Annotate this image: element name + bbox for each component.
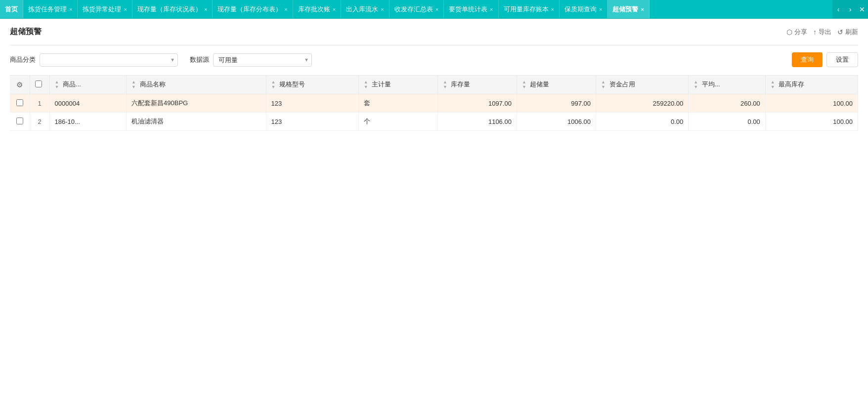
close-icon[interactable]: × (490, 6, 493, 12)
sort-icon: ▲▼ (771, 80, 775, 89)
close-icon[interactable]: × (69, 6, 72, 12)
share-icon: ⬡ (786, 28, 792, 36)
export-button[interactable]: ↑ 导出 (813, 28, 831, 37)
th-max-stock[interactable]: ▲▼ 最高库存 (765, 76, 858, 94)
filter-action-buttons: 查询 设置 (792, 52, 858, 67)
table-body: 1 0000004 六配套新昌490BPG 123 套 1097.00 997.… (10, 94, 858, 131)
top-navigation: 首页 拣货任务管理 × 拣货异常处理 × 现存量（库存状况表） × 现存量（库存… (0, 0, 868, 19)
data-source-select[interactable]: 可用量 库存量 (213, 53, 312, 67)
th-spec[interactable]: ▲▼ 规格型号 (266, 76, 358, 94)
td-checkbox (10, 94, 30, 113)
close-icon[interactable]: × (381, 6, 384, 12)
nav-arrow-close-button[interactable]: ✕ (856, 0, 868, 19)
td-stock-qty: 1106.00 (437, 113, 517, 131)
th-index (30, 76, 49, 94)
close-icon[interactable]: × (435, 6, 438, 12)
nav-tab-available-stock[interactable]: 可用量库存账本 × (499, 0, 560, 19)
td-product-name: 机油滤清器 (127, 113, 266, 131)
th-stock-qty[interactable]: ▲▼ 库存量 (437, 76, 517, 94)
header-actions: ⬡ 分享 ↑ 导出 ↺ 刷新 (786, 28, 858, 37)
data-source-select-wrapper: 可用量 库存量 (213, 53, 312, 67)
nav-tab-in-out-flow[interactable]: 出入库流水 × (341, 0, 389, 19)
td-avg: 0.00 (689, 113, 766, 131)
nav-arrows-container: ‹ › ✕ (832, 0, 868, 19)
th-overstock-qty[interactable]: ▲▼ 超储量 (517, 76, 596, 94)
nav-tab-stock-dist[interactable]: 现存量（库存分布表） × (213, 0, 293, 19)
sort-icon: ▲▼ (443, 80, 447, 89)
td-product-code: 186-10... (49, 113, 127, 131)
td-overstock-qty: 997.00 (517, 94, 596, 113)
nav-tab-quality-period[interactable]: 保质期查询 × (560, 0, 608, 19)
refresh-button[interactable]: ↺ 刷新 (837, 28, 858, 37)
nav-tab-collect-send[interactable]: 收发存汇总表 × (390, 0, 444, 19)
close-icon[interactable]: × (124, 6, 127, 12)
nav-tab-overstock-warn[interactable]: 超储预警 × (608, 0, 649, 19)
table-header-row: ⚙ ▲▼ 商品... ▲▼ 商品名称 ▲▼ 规格型号 ▲▼ 主计量 (10, 76, 858, 94)
close-icon[interactable]: × (551, 6, 554, 12)
td-index: 1 (30, 94, 49, 113)
td-unit: 个 (358, 113, 437, 131)
sort-icon: ▲▼ (694, 80, 698, 89)
product-category-select[interactable] (40, 53, 178, 67)
close-icon[interactable]: × (599, 6, 602, 12)
sort-icon: ▲▼ (364, 80, 368, 89)
row-checkbox[interactable] (16, 99, 23, 106)
td-avg: 260.00 (689, 94, 766, 113)
td-spec: 123 (266, 94, 358, 113)
page-header: 超储预警 ⬡ 分享 ↑ 导出 ↺ 刷新 (10, 27, 858, 37)
gear-icon[interactable]: ⚙ (16, 80, 23, 89)
td-overstock-qty: 1006.00 (517, 113, 596, 131)
td-product-name: 六配套新昌490BPG (127, 94, 266, 113)
filter-area: 商品分类 数据源 可用量 库存量 查询 设置 (10, 52, 858, 67)
product-category-filter: 商品分类 (10, 53, 178, 67)
sort-icon: ▲▼ (55, 80, 59, 89)
sort-icon: ▲▼ (131, 80, 136, 89)
data-source-label: 数据源 (190, 55, 209, 64)
nav-tab-task-mgmt[interactable]: 拣货任务管理 × (23, 0, 78, 19)
th-capital-usage[interactable]: ▲▼ 资金占用 (596, 76, 688, 94)
table-row[interactable]: 1 0000004 六配套新昌490BPG 123 套 1097.00 997.… (10, 94, 858, 113)
close-icon[interactable]: × (333, 6, 336, 12)
th-unit[interactable]: ▲▼ 主计量 (358, 76, 437, 94)
td-capital-usage: 259220.00 (596, 94, 688, 113)
th-avg[interactable]: ▲▼ 平均... (689, 76, 766, 94)
close-icon[interactable]: × (284, 6, 287, 12)
product-category-select-wrapper (40, 53, 178, 67)
sort-icon: ▲▼ (271, 80, 276, 89)
nav-arrow-left-button[interactable]: ‹ (832, 0, 844, 19)
close-icon[interactable]: × (641, 6, 644, 12)
nav-tab-abnormal[interactable]: 拣货异常处理 × (78, 0, 132, 19)
nav-tab-order-stats[interactable]: 要货单统计表 × (444, 0, 498, 19)
refresh-icon: ↺ (837, 28, 843, 36)
export-icon: ↑ (813, 28, 817, 36)
page-divider (10, 45, 858, 45)
nav-tab-stock-status[interactable]: 现存量（库存状况表） × (132, 0, 213, 19)
td-unit: 套 (358, 94, 437, 113)
td-product-code: 0000004 (49, 94, 127, 113)
nav-tab-batch-account[interactable]: 库存批次账 × (293, 0, 341, 19)
settings-button[interactable]: 设置 (826, 52, 858, 67)
td-max-stock: 100.00 (765, 113, 858, 131)
select-all-checkbox[interactable] (35, 80, 42, 87)
data-source-filter: 数据源 可用量 库存量 (190, 53, 312, 67)
th-settings: ⚙ (10, 76, 30, 94)
nav-arrow-right-button[interactable]: › (844, 0, 856, 19)
td-spec: 123 (266, 113, 358, 131)
page-content: 超储预警 ⬡ 分享 ↑ 导出 ↺ 刷新 商品分类 (0, 19, 868, 139)
th-product-name[interactable]: ▲▼ 商品名称 (127, 76, 266, 94)
td-capital-usage: 0.00 (596, 113, 688, 131)
nav-tab-home[interactable]: 首页 (0, 0, 23, 19)
product-category-label: 商品分类 (10, 55, 36, 64)
share-button[interactable]: ⬡ 分享 (786, 28, 807, 37)
row-checkbox[interactable] (16, 118, 23, 124)
query-button[interactable]: 查询 (792, 52, 823, 67)
table-row[interactable]: 2 186-10... 机油滤清器 123 个 1106.00 1006.00 … (10, 113, 858, 131)
td-max-stock: 100.00 (765, 94, 858, 113)
close-icon[interactable]: × (204, 6, 207, 12)
td-stock-qty: 1097.00 (437, 94, 517, 113)
sort-icon: ▲▼ (522, 80, 526, 89)
page-title: 超储预警 (10, 27, 42, 37)
th-product-code[interactable]: ▲▼ 商品... (49, 76, 127, 94)
td-checkbox (10, 113, 30, 131)
data-table: ⚙ ▲▼ 商品... ▲▼ 商品名称 ▲▼ 规格型号 ▲▼ 主计量 (10, 75, 858, 131)
